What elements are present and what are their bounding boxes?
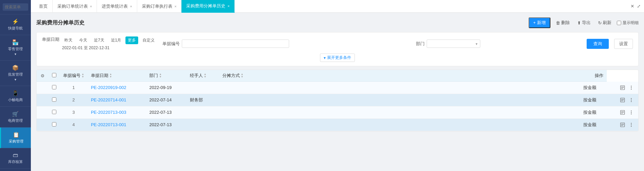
sidebar: ⚡ 快捷导航 🏪 零售管理 ▼ 📦 批发管理 ▼ 📱 小畅电商 🛒 电商管理 📋… [0,0,31,171]
tab-incoming-stats[interactable]: 进货单统计表 × [97,0,137,13]
tab-home[interactable]: 首页 [34,0,53,13]
search-input[interactable] [3,3,28,11]
add-button[interactable]: + 新增 [529,17,551,28]
tab-purchase-order-exec[interactable]: 采购订单执行表 × [137,0,181,13]
expand-more-btn[interactable]: ▾ 展开更多条件 [320,54,355,62]
date-btn-more[interactable]: 更多 [125,36,138,44]
tab-purchase-order-exec-close[interactable]: × [174,4,176,8]
tab-purchase-cost-history-close[interactable]: × [227,4,229,8]
dept-select[interactable] [427,39,480,48]
col-handler-sort[interactable]: 经手人 ▲▼ [190,73,207,79]
row-ops-cell-2 [607,106,638,118]
sidebar-item-finance[interactable]: 💰 资金管理 [0,169,31,171]
row-view-btn-0[interactable] [619,84,626,91]
row-dept-cell-1: 财务部 [186,94,219,106]
sidebar-item-miniapp[interactable]: 📱 小畅电商 [0,86,31,107]
col-ops: 操作 [580,70,607,82]
sidebar-item-inventory[interactable]: 🗃 库存核算 [0,148,31,169]
sidebar-label-inventory: 库存核算 [1,159,30,164]
sidebar-item-purchase[interactable]: 📋 采购管理 [0,127,31,148]
row-checkbox-1[interactable] [52,97,56,102]
row-checkbox-0[interactable] [52,85,56,89]
date-btn-1month[interactable]: 近1月 [109,36,124,44]
col-doc-date-sort[interactable]: 单据日期 ▲▼ [91,73,112,79]
row-more-btn-2[interactable] [628,109,635,116]
row-doc-date-cell-0: 2022-09-19 [146,82,186,94]
svg-point-19 [631,112,632,112]
col-gear[interactable]: ⚙ [37,70,49,82]
row-handler-cell-3 [219,118,580,131]
row-doc-no-link-1[interactable]: PE-20220714-001 [91,97,126,102]
sort-arrows-handler: ▲▼ [204,73,207,78]
date-filter-group: 单据日期 昨天 今天 近7天 近1月 更多 自定义 2022-01-01 至 2… [42,36,157,51]
sidebar-item-quicknav[interactable]: ⚡ 快捷导航 [0,14,31,35]
refresh-button[interactable]: ↻ 刷新 [596,18,613,27]
svg-point-25 [631,123,632,123]
sidebar-item-retail[interactable]: 🏪 零售管理 ▼ [0,35,31,61]
tab-purchase-order-stats-close[interactable]: × [90,4,92,8]
col-dept[interactable]: 部门 ▲▼ [146,70,186,82]
col-dept-sort[interactable]: 部门 ▲▼ [149,73,162,79]
col-doc-no[interactable]: 单据编号 ▲▼ [60,70,88,82]
col-handler[interactable]: 经手人 ▲▼ [186,70,219,82]
row-view-btn-1[interactable] [619,96,626,104]
col-doc-date[interactable]: 单据日期 ▲▼ [88,70,146,82]
filter-row-1: 单据日期 昨天 今天 近7天 近1月 更多 自定义 2022-01-01 至 2… [42,36,633,51]
delete-button[interactable]: 🗑 删除 [554,18,572,27]
row-num-3: 4 [60,118,88,131]
filter-area: 单据日期 昨天 今天 近7天 近1月 更多 自定义 2022-01-01 至 2… [36,32,639,66]
select-all-checkbox[interactable] [52,73,56,77]
col-split-method[interactable]: 分摊方式 ▲▼ [219,70,580,82]
svg-point-12 [631,99,632,100]
refresh-label: 刷新 [603,20,611,26]
date-btn-today[interactable]: 今天 [77,36,90,44]
svg-point-11 [631,98,632,99]
row-check-cell-1 [49,94,60,106]
header-actions: + 新增 🗑 删除 ⬆ 导出 ↻ 刷新 显示明细 [529,17,639,28]
tab-incoming-stats-close[interactable]: × [130,4,132,8]
fullscreen-icon[interactable]: ⤢ [637,4,641,9]
row-checkbox-2[interactable] [52,110,56,114]
date-btn-custom[interactable]: 自定义 [140,36,157,44]
tab-purchase-cost-history[interactable]: 采购费用分摊单历史 × [181,0,234,13]
sidebar-item-ecommerce[interactable]: 🛒 电商管理 [0,107,31,127]
col-split-method-sort[interactable]: 分摊方式 ▲▼ [222,73,244,79]
svg-point-26 [631,124,632,125]
row-doc-date-cell-3: 2022-07-13 [146,118,186,131]
show-cols-checkbox[interactable] [617,21,621,25]
row-checkbox-3[interactable] [52,122,56,126]
row-more-btn-3[interactable] [628,121,635,129]
purchase-icon: 📋 [2,132,30,138]
row-more-btn-0[interactable] [628,84,635,91]
row-doc-no-link-3[interactable]: PE-20220713-001 [91,122,126,127]
row-ops-cell-1 [607,94,638,106]
export-button[interactable]: ⬆ 导出 [575,18,593,27]
query-button[interactable]: 查询 [587,39,609,49]
row-num-0: 1 [60,82,88,94]
close-window-icon[interactable]: ✕ [631,4,634,9]
row-doc-no-link-2[interactable]: PE-20220713-003 [91,110,126,115]
row-split-method-cell-0: 按金额 [580,82,607,94]
dept-label: 部门 [416,41,425,47]
tab-purchase-order-stats[interactable]: 采购订单统计表 × [53,0,97,13]
row-gear-cell-0 [37,82,49,94]
row-view-btn-2[interactable] [619,109,626,116]
doc-no-input[interactable] [182,39,289,48]
row-gear-cell-1 [37,94,49,106]
sidebar-item-wholesale[interactable]: 📦 批发管理 ▼ [0,61,31,86]
row-ops-cell-3 [607,118,638,131]
sidebar-label-retail: 零售管理 [1,47,30,52]
date-btn-yesterday[interactable]: 昨天 [62,36,75,44]
row-doc-no-link-0[interactable]: PE-20220919-002 [91,85,126,90]
row-view-btn-3[interactable] [619,121,626,129]
dept-select-wrap [427,39,480,48]
tab-bar-actions: ✕ ⤢ [631,4,641,9]
date-btn-7days[interactable]: 近7天 [92,36,107,44]
svg-point-13 [631,101,632,102]
row-more-btn-1[interactable] [628,96,635,104]
col-doc-no-sort[interactable]: 单据编号 ▲▼ [63,73,84,79]
sort-arrows-doc-date: ▲▼ [109,73,112,78]
row-dept-cell-0 [186,82,219,94]
show-cols-toggle[interactable]: 显示明细 [617,20,639,26]
settings-button[interactable]: 设置 [614,39,633,49]
